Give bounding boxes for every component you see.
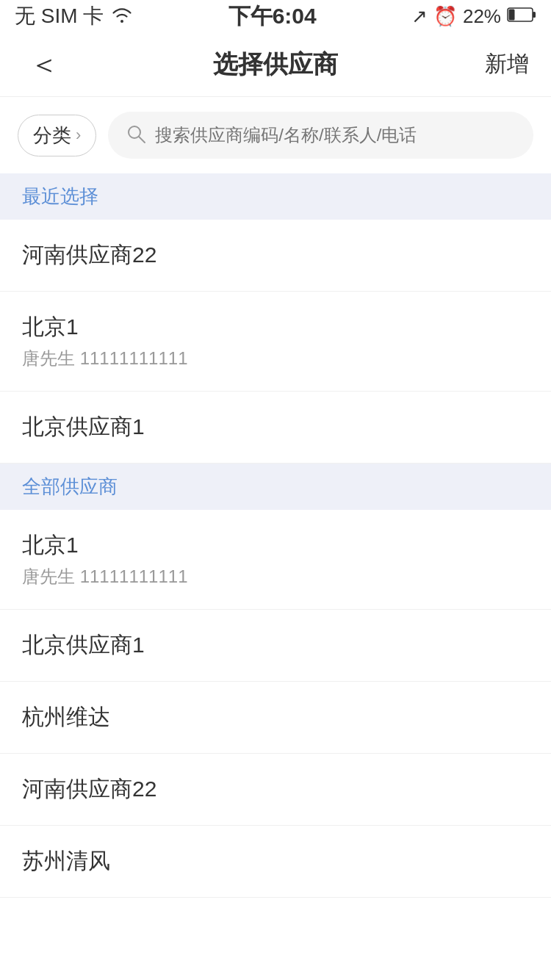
search-icon [126, 123, 146, 147]
filter-row: 分类 › [0, 97, 551, 173]
list-item[interactable]: 北京1唐先生 11111111111 [0, 510, 551, 610]
list-item[interactable]: 北京供应商1 [0, 392, 551, 464]
alarm-icon: ⏰ [433, 5, 457, 28]
status-right: ↗ ⏰ 22% [411, 5, 536, 28]
item-name: 杭州维达 [22, 702, 529, 732]
recent-list: 河南供应商22北京1唐先生 11111111111北京供应商1 [0, 220, 551, 464]
svg-rect-2 [509, 9, 515, 20]
search-input[interactable] [155, 125, 516, 145]
list-item[interactable]: 河南供应商22 [0, 220, 551, 292]
status-time: 下午6:04 [228, 1, 317, 32]
chevron-right-icon: › [76, 126, 81, 145]
page-title: 选择供应商 [213, 48, 338, 82]
list-item[interactable]: 北京1唐先生 11111111111 [0, 292, 551, 392]
list-item[interactable]: 苏州清风 [0, 826, 551, 898]
svg-line-4 [139, 137, 145, 143]
category-button[interactable]: 分类 › [18, 115, 96, 156]
location-icon: ↗ [411, 5, 428, 28]
item-name: 河南供应商22 [22, 240, 529, 270]
item-sub: 唐先生 11111111111 [22, 565, 529, 588]
recent-section-header: 最近选择 [0, 173, 551, 220]
item-sub: 唐先生 11111111111 [22, 347, 529, 370]
recent-section-label: 最近选择 [22, 185, 98, 207]
add-button[interactable]: 新增 [485, 49, 529, 79]
battery-icon [507, 5, 536, 28]
list-item[interactable]: 杭州维达 [0, 682, 551, 754]
all-section-header: 全部供应商 [0, 464, 551, 510]
svg-rect-1 [533, 12, 536, 18]
nav-bar: ＜ 选择供应商 新增 [0, 32, 551, 97]
status-left: 无 SIM 卡 [15, 2, 133, 30]
item-name: 北京1 [22, 530, 529, 561]
all-list: 北京1唐先生 11111111111北京供应商1杭州维达河南供应商22苏州清风 [0, 510, 551, 898]
item-name: 苏州清风 [22, 846, 529, 876]
search-box [108, 112, 533, 159]
list-item[interactable]: 北京供应商1 [0, 610, 551, 682]
category-label: 分类 [33, 123, 71, 148]
item-name: 北京1 [22, 312, 529, 342]
all-section-label: 全部供应商 [22, 475, 118, 497]
item-name: 河南供应商22 [22, 774, 529, 804]
wifi-icon [111, 4, 133, 28]
list-item[interactable]: 河南供应商22 [0, 754, 551, 826]
item-name: 北京供应商1 [22, 412, 529, 442]
battery-label: 22% [463, 5, 501, 28]
sim-status: 无 SIM 卡 [15, 2, 104, 30]
item-name: 北京供应商1 [22, 630, 529, 660]
status-bar: 无 SIM 卡 下午6:04 ↗ ⏰ 22% [0, 0, 551, 32]
back-button[interactable]: ＜ [22, 37, 66, 92]
